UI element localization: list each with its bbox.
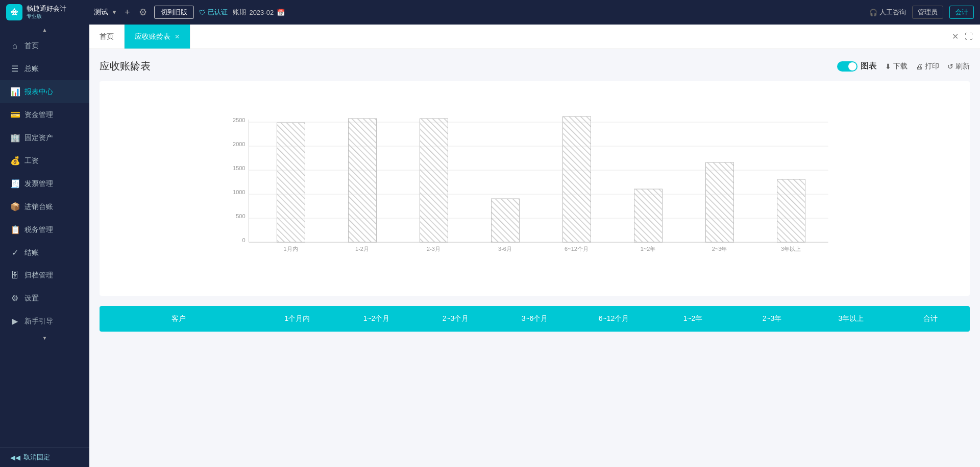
pin-icon: ◀◀	[10, 454, 20, 461]
logo-text-block: 畅捷通好会计 专业版	[27, 5, 66, 20]
bar-2-3年	[706, 162, 734, 242]
tab-bar: 首页 应收账龄表 ✕ ✕ ⛶	[89, 25, 980, 49]
period-info: 账期 2023-02 📅	[233, 8, 285, 17]
accountant-button[interactable]: 会计	[949, 6, 974, 19]
svg-text:1月内: 1月内	[283, 246, 298, 252]
logo-area: 会 畅捷通好会计 专业版	[6, 4, 88, 20]
toggle-track[interactable]	[837, 61, 857, 72]
top-header: 会 畅捷通好会计 专业版 测试 ▼ + ⚙ 切到旧版 🛡 已认证 账期 2023…	[0, 0, 980, 25]
sidebar-item-salary[interactable]: 💰 工资	[0, 149, 89, 172]
sidebar-item-reports[interactable]: 📊 报表中心	[0, 80, 89, 103]
svg-text:0: 0	[242, 237, 245, 243]
manager-button[interactable]: 管理员	[912, 6, 943, 19]
home-icon: ⌂	[10, 41, 19, 51]
svg-text:1000: 1000	[233, 189, 245, 195]
svg-text:500: 500	[236, 213, 245, 219]
download-icon: ⬇	[885, 62, 891, 71]
funds-icon: 💳	[10, 110, 19, 120]
sidebar-item-tax[interactable]: 📋 税务管理	[0, 218, 89, 241]
chart-toggle-label: 图表	[861, 61, 877, 72]
sidebar-item-home[interactable]: ⌂ 首页	[0, 35, 89, 57]
header-right: 🎧 人工咨询 管理员 会计	[869, 6, 974, 19]
sidebar-pin-button[interactable]: ◀◀ 取消固定	[0, 447, 89, 467]
checkout-icon: ✓	[10, 248, 19, 258]
svg-text:2000: 2000	[233, 141, 245, 147]
refresh-label: 刷新	[955, 62, 970, 71]
sidebar-item-label-guide: 新手引导	[24, 317, 53, 326]
content-area: 首页 应收账龄表 ✕ ✕ ⛶ 应收账龄表 图	[89, 25, 980, 467]
expand-tab-button[interactable]: ⛶	[963, 30, 975, 43]
bar-2-3月	[420, 119, 448, 242]
refresh-button[interactable]: ↺ 刷新	[947, 62, 970, 71]
header-center: 测试 ▼ + ⚙ 切到旧版 🛡 已认证 账期 2023-02 📅	[94, 5, 863, 20]
sidebar-item-label-fixed-assets: 固定资产	[24, 133, 53, 143]
archive-icon: 🗄	[10, 271, 19, 280]
tab-aging[interactable]: 应收账龄表 ✕	[125, 25, 190, 49]
logo-text: 畅捷通好会计	[27, 5, 66, 13]
svg-text:2500: 2500	[233, 117, 245, 123]
col-3-6month: 3~6个月	[495, 306, 574, 332]
sidebar-item-label-tax: 税务管理	[24, 225, 53, 235]
svg-text:1-2月: 1-2月	[355, 246, 369, 252]
tab-actions: ✕ ⛶	[945, 25, 980, 49]
certified-label: 已认证	[208, 8, 228, 17]
print-icon: 🖨	[916, 62, 923, 71]
page-content: 应收账龄表 图表 ⬇ 下载 🖨 打印	[89, 49, 980, 467]
settings-icon: ⚙	[10, 293, 19, 303]
shield-icon: 🛡	[199, 9, 206, 16]
sidebar-item-label-salary: 工资	[24, 156, 39, 166]
sidebar-item-settings[interactable]: ⚙ 设置	[0, 287, 89, 310]
sidebar-item-label-ledger: 总账	[24, 64, 39, 74]
svg-text:3-6月: 3-6月	[498, 246, 512, 252]
sidebar-scroll-down[interactable]: ▼	[0, 333, 89, 343]
bar-6-12月	[563, 116, 591, 242]
sidebar-item-checkout[interactable]: ✓ 结账	[0, 241, 89, 264]
sidebar-item-label-reports: 报表中心	[24, 87, 53, 97]
sidebar-item-label-funds: 资金管理	[24, 110, 53, 120]
add-button[interactable]: +	[122, 5, 132, 20]
ledger-icon: ☰	[10, 64, 19, 74]
tab-home-label: 首页	[100, 32, 114, 41]
tab-home[interactable]: 首页	[89, 25, 125, 49]
company-selector[interactable]: 测试 ▼	[94, 8, 117, 17]
fixed-assets-icon: 🏢	[10, 133, 19, 143]
sidebar-item-funds[interactable]: 💳 资金管理	[0, 103, 89, 126]
sidebar-item-fixed-assets[interactable]: 🏢 固定资产	[0, 126, 89, 149]
toggle-thumb	[848, 62, 856, 71]
main-layout: ▲ ⌂ 首页 ☰ 总账 📊 报表中心 💳 资金管理 🏢 固定资产 💰 工资 🧾 …	[0, 25, 980, 467]
chart-toggle[interactable]: 图表	[837, 61, 877, 72]
headset-icon: 🎧	[869, 9, 877, 16]
switch-old-button[interactable]: 切到旧版	[154, 6, 194, 19]
download-label: 下载	[893, 62, 908, 71]
bar-3年以上	[777, 179, 805, 242]
svg-text:2-3月: 2-3月	[427, 246, 440, 252]
settings-button[interactable]: ⚙	[137, 5, 149, 20]
sidebar-item-invoice[interactable]: 🧾 发票管理	[0, 172, 89, 195]
sidebar-item-archive[interactable]: 🗄 归档管理	[0, 264, 89, 287]
sidebar-item-label-checkout: 结账	[24, 248, 39, 258]
col-6-12month: 6~12个月	[574, 306, 653, 332]
print-button[interactable]: 🖨 打印	[916, 62, 939, 71]
logo-icon: 会	[6, 4, 22, 20]
table-section: 客户 1个月内 1~2个月 2~3个月 3~6个月 6~12个月 1~2年 2~…	[100, 306, 970, 332]
report-title: 应收账龄表	[100, 59, 151, 73]
sidebar-scroll-up[interactable]: ▲	[0, 25, 89, 35]
col-customer: 客户	[100, 306, 258, 332]
period-label: 账期	[233, 8, 246, 17]
sidebar-item-guide[interactable]: ▶ 新手引导	[0, 310, 89, 333]
sidebar-item-label-invoice: 发票管理	[24, 179, 53, 189]
sidebar-item-trade[interactable]: 📦 进销台账	[0, 195, 89, 218]
sidebar-item-label-home: 首页	[24, 41, 39, 51]
consult-button[interactable]: 🎧 人工咨询	[869, 8, 906, 17]
report-header: 应收账龄表 图表 ⬇ 下载 🖨 打印	[100, 59, 970, 73]
sidebar-item-ledger[interactable]: ☰ 总账	[0, 57, 89, 80]
bar-1月内	[277, 123, 305, 242]
chart-container: 0 500 1000 1500 2000 2500	[100, 81, 970, 296]
pin-label: 取消固定	[23, 453, 50, 462]
sidebar: ▲ ⌂ 首页 ☰ 总账 📊 报表中心 💳 资金管理 🏢 固定资产 💰 工资 🧾 …	[0, 25, 89, 467]
close-tab-button[interactable]: ✕	[950, 30, 961, 43]
tab-close-icon[interactable]: ✕	[175, 33, 180, 40]
col-2-3month: 2~3个月	[416, 306, 495, 332]
certified-badge: 🛡 已认证	[199, 8, 228, 17]
download-button[interactable]: ⬇ 下载	[885, 62, 908, 71]
